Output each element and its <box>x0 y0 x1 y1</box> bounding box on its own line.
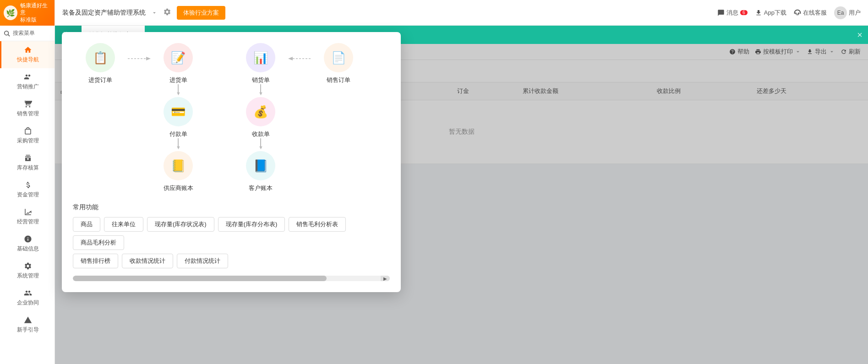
sidebar-logo: 🌿 畅康通好生意 标准版 <box>0 0 55 26</box>
receipt-icon: 💰 <box>246 97 275 126</box>
func-btn-payment-stat[interactable]: 付款情况统计 <box>177 254 228 268</box>
home-icon <box>24 46 32 54</box>
func-btn-stock-status[interactable]: 现存量(库存状况表) <box>147 217 214 232</box>
header-right: 消息 6 App下载 在线客服 Ea 用户 <box>717 6 861 19</box>
receipt-label: 收款单 <box>252 130 270 138</box>
experience-btn[interactable]: 体验行业方案 <box>177 6 225 20</box>
sales-order-icon: 📄 <box>324 43 353 72</box>
avatar: Ea <box>834 6 847 19</box>
logo-icon: 🌿 <box>4 5 17 20</box>
popup-scrollbar[interactable]: ▶ <box>73 276 390 281</box>
sidebar: 🌿 畅康通好生意 标准版 搜索菜单 快捷导航 营销推广 销售管理 采购管理 库存… <box>0 0 55 364</box>
app-download-label: App下载 <box>764 9 786 17</box>
flow-node-sales-bill[interactable]: 📊 销货单 <box>233 43 288 84</box>
message-icon <box>717 9 725 16</box>
user-menu[interactable]: Ea 用户 <box>834 6 861 19</box>
payment-label: 付款单 <box>169 130 187 138</box>
customer-icon: 📘 <box>246 151 275 180</box>
flow-node-customer[interactable]: 📘 客户账本 <box>233 151 288 192</box>
purchase-order-label: 进货订单 <box>88 76 112 84</box>
message-label: 消息 <box>726 9 738 17</box>
func-buttons-row1: 商品 往来单位 现存量(库存状况表) 现存量(库存分布表) 销售毛利分析表 商品… <box>73 217 390 250</box>
app-download-btn[interactable]: App下载 <box>755 9 786 17</box>
purchase-order-icon: 📋 <box>86 43 115 72</box>
sidebar-item-quicknav[interactable]: 快捷导航 <box>0 41 55 68</box>
flow-node-sales-order[interactable]: 📄 销售订单 <box>311 43 366 84</box>
flow-node-purchase-bill[interactable]: 📝 进货单 <box>151 43 206 84</box>
download-icon <box>755 9 762 16</box>
sidebar-item-inventory[interactable]: 库存核算 <box>0 149 55 176</box>
common-funcs-title: 常用功能 <box>73 203 390 212</box>
tabbar-close-btn[interactable]: × <box>852 26 868 44</box>
avatar-text: Ea <box>837 10 844 16</box>
svg-point-0 <box>5 31 9 35</box>
scrollbar-thumb <box>73 276 327 281</box>
sidebar-item-operations[interactable]: 经营管理 <box>0 203 55 230</box>
sidebar-item-basic[interactable]: 基础信息 <box>0 230 55 257</box>
func-btn-sales-rank[interactable]: 销售排行榜 <box>73 254 118 268</box>
gear-icon <box>24 262 32 270</box>
sidebar-item-finance[interactable]: 资金管理 <box>0 176 55 203</box>
system-dropdown[interactable] <box>151 10 158 16</box>
supplier-label: 供应商账本 <box>164 184 193 192</box>
message-badge: 6 <box>740 10 748 15</box>
sidebar-item-label: 销售管理 <box>17 110 39 118</box>
message-btn[interactable]: 消息 6 <box>717 9 748 17</box>
supplier-icon: 📒 <box>164 151 193 180</box>
sidebar-item-guide[interactable]: 新手引导 <box>0 311 55 338</box>
func-btn-goods-profit[interactable]: 商品毛利分析 <box>73 235 124 250</box>
flow-node-purchase-order[interactable]: 📋 进货订单 <box>73 43 128 84</box>
sidebar-nav: 快捷导航 营销推广 销售管理 采购管理 库存核算 资金管理 经营管理 基础信息 <box>0 41 55 364</box>
system-title: 装备及固定资产辅助管理系统 <box>62 9 146 17</box>
sidebar-item-label: 企业协同 <box>17 299 39 307</box>
online-service-label: 在线客服 <box>803 9 827 17</box>
func-btn-partners[interactable]: 往来单位 <box>104 217 143 232</box>
search-label: 搜索菜单 <box>13 29 35 37</box>
sidebar-item-system[interactable]: 系统管理 <box>0 257 55 284</box>
sidebar-search[interactable]: 搜索菜单 <box>0 26 55 41</box>
settings-icon[interactable] <box>163 8 171 17</box>
func-btn-goods[interactable]: 商品 <box>73 217 100 232</box>
sidebar-item-purchase[interactable]: 采购管理 <box>0 122 55 149</box>
search-icon <box>4 30 10 37</box>
sidebar-item-label: 经营管理 <box>17 218 39 226</box>
sales-bill-icon: 📊 <box>246 43 275 72</box>
guide-icon <box>24 316 32 324</box>
sidebar-item-marketing[interactable]: 营销推广 <box>0 68 55 95</box>
scrollbar-arrow-right[interactable]: ▶ <box>381 276 390 281</box>
purchase-bill-label: 进货单 <box>169 76 187 84</box>
sidebar-item-label: 营销推广 <box>17 83 39 91</box>
svg-marker-3 <box>146 57 151 60</box>
cart-icon <box>24 100 32 108</box>
logo-text: 畅康通好生意 标准版 <box>20 2 51 24</box>
sidebar-item-label: 快捷导航 <box>17 56 39 64</box>
func-buttons-row2: 销售排行榜 收款情况统计 付款情况统计 <box>73 254 390 268</box>
arrow-left-dashed <box>288 54 311 63</box>
func-btn-sales-profit[interactable]: 销售毛利分析表 <box>289 217 346 232</box>
payment-icon: 💳 <box>164 97 193 126</box>
online-service-btn[interactable]: 在线客服 <box>794 9 827 17</box>
flow-node-supplier[interactable]: 📒 供应商账本 <box>151 151 206 192</box>
arrow-right-dashed <box>128 54 151 63</box>
sidebar-item-collab[interactable]: 企业协同 <box>0 284 55 311</box>
customer-label: 客户账本 <box>249 184 273 192</box>
flow-node-receipt[interactable]: 💰 收款单 <box>233 97 288 138</box>
chevron-down-icon <box>151 10 158 16</box>
purchase-bill-icon: 📝 <box>164 43 193 72</box>
warehouse-icon <box>24 154 32 162</box>
sales-bill-label: 销货单 <box>252 76 270 84</box>
megaphone-icon <box>24 73 32 81</box>
sidebar-item-label: 系统管理 <box>17 272 39 280</box>
sidebar-item-sales[interactable]: 销售管理 <box>0 95 55 122</box>
sidebar-item-label: 新手引导 <box>17 326 39 334</box>
func-btn-receipt-stat[interactable]: 收款情况统计 <box>122 254 173 268</box>
flow-node-payment[interactable]: 💳 付款单 <box>151 97 206 138</box>
common-funcs: 常用功能 商品 往来单位 现存量(库存状况表) 现存量(库存分布表) 销售毛利分… <box>73 203 390 268</box>
chart-icon <box>24 208 32 216</box>
quick-nav-popup: 📋 进货订单 📝 进货单 📊 销货单 <box>62 32 401 292</box>
people-icon <box>24 289 32 297</box>
header: 装备及固定资产辅助管理系统 体验行业方案 消息 6 App下载 在线客服 Ea … <box>55 0 868 26</box>
sidebar-item-label: 采购管理 <box>17 137 39 145</box>
svg-marker-4 <box>288 57 293 60</box>
func-btn-stock-dist[interactable]: 现存量(库存分布表) <box>218 217 285 232</box>
